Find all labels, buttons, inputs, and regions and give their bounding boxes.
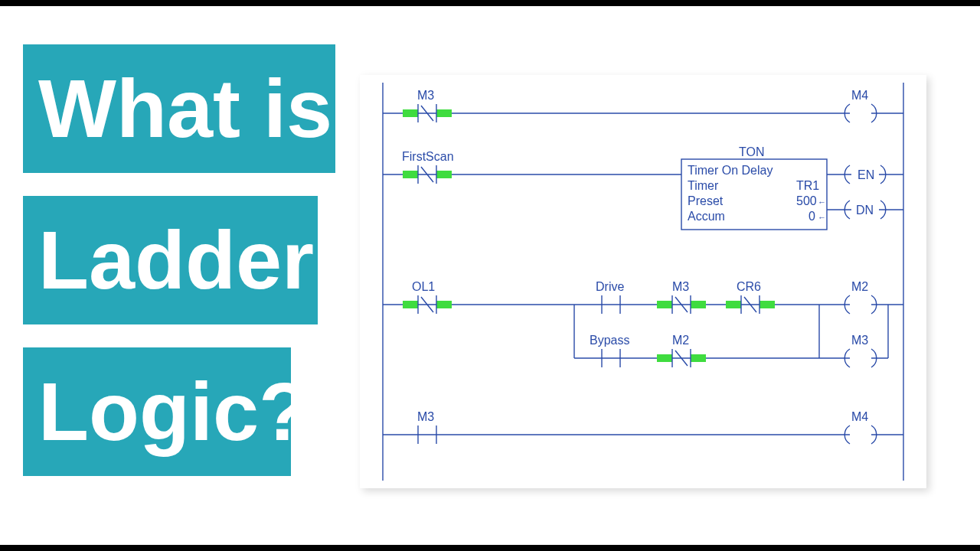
timer-title: TON (739, 145, 764, 158)
svg-rect-38 (726, 301, 741, 308)
svg-rect-50 (850, 300, 871, 309)
contact-label: CR6 (737, 280, 761, 293)
svg-rect-4 (436, 109, 452, 117)
timer-line: Accum (688, 210, 725, 223)
timer-line: Timer On Delay (688, 164, 773, 177)
contact-label: Drive (596, 280, 624, 293)
coil-label: M2 (851, 280, 868, 293)
svg-rect-39 (760, 301, 775, 308)
title-line-2: Ladder (23, 196, 318, 324)
timer-line: Timer (688, 179, 719, 192)
timer-val: 0 (808, 210, 815, 223)
svg-text:←: ← (818, 213, 826, 222)
svg-rect-53 (850, 354, 871, 363)
svg-rect-11 (436, 171, 452, 178)
svg-rect-33 (657, 301, 672, 308)
coil-label: M4 (851, 89, 868, 102)
contact-label: Bypass (590, 334, 629, 347)
svg-rect-8 (850, 109, 871, 118)
title-line-1: What is (23, 44, 335, 173)
svg-rect-10 (403, 171, 418, 178)
svg-rect-23 (403, 301, 418, 308)
svg-rect-45 (657, 354, 672, 362)
contact-label: OL1 (412, 280, 435, 293)
svg-text:←: ← (818, 197, 826, 207)
contact-label: M3 (672, 280, 689, 293)
svg-rect-46 (691, 354, 706, 362)
contact-label: FirstScan (402, 150, 454, 163)
svg-rect-34 (691, 301, 706, 308)
contact-label: M2 (672, 334, 689, 347)
timer-output-dn: DN (856, 204, 874, 217)
svg-rect-3 (403, 109, 418, 117)
svg-rect-57 (850, 430, 871, 439)
contact-label: M3 (417, 89, 434, 102)
ladder-diagram: M3 M4 FirstScan TON Timer On Delay Timer… (360, 75, 926, 488)
coil-label: M3 (851, 334, 868, 347)
timer-val: 500 (796, 194, 817, 207)
svg-rect-24 (436, 301, 452, 308)
coil-label: M4 (851, 410, 868, 423)
timer-output-en: EN (858, 168, 874, 181)
timer-line: Preset (688, 194, 724, 207)
title-line-3: Logic? (23, 347, 291, 476)
contact-label: M3 (417, 410, 434, 423)
timer-val: TR1 (796, 179, 819, 192)
